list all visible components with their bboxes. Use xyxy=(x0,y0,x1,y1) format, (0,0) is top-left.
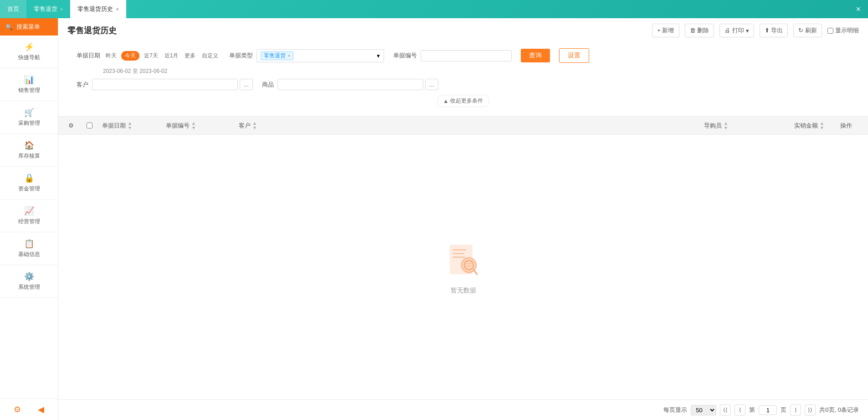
table-header: ⚙ 单据日期 ▲▼ 单据编号 ▲▼ 客户 ▲▼ 导购员 xyxy=(58,117,868,135)
export-button[interactable]: ⬆ 导出 xyxy=(760,24,788,37)
total-text: 共0页, 0条记录 xyxy=(819,406,859,414)
order-no-input[interactable] xyxy=(421,50,512,61)
th-order-sort: ▲▼ xyxy=(191,121,196,130)
tab-retail-return-close[interactable]: × xyxy=(60,6,63,12)
tab-retail-return[interactable]: 零售退货 × xyxy=(26,0,70,18)
sidebar-item-purchase[interactable]: 🛒 采购管理 xyxy=(0,101,58,134)
th-action: 操作 xyxy=(828,122,864,130)
main-layout: 🔍 搜索菜单 ⚡ 快捷导航 📊 销售管理 🛒 采购管理 🏠 库存核算 🔒 资金管… xyxy=(0,18,868,420)
svg-rect-1 xyxy=(452,249,466,251)
customer-input-group: ... xyxy=(92,79,253,90)
sidebar-item-finance[interactable]: 🔒 资金管理 xyxy=(0,167,58,200)
tab-retail-return-label: 零售退货 xyxy=(34,5,57,13)
date-range-display: 2023-06-02 至 2023-06-02 xyxy=(103,67,850,75)
date-filter-label: 单据日期 xyxy=(77,51,100,60)
sidebar-bottom: ⚙ ◀ xyxy=(0,399,58,420)
sidebar-item-system-label: 系统管理 xyxy=(18,283,40,291)
order-type-label: 单据类型 xyxy=(229,51,253,60)
first-page-btn[interactable]: ⟨⟨ xyxy=(720,405,731,415)
th-amount[interactable]: 实销金额 ▲▼ xyxy=(773,121,828,130)
th-customer[interactable]: 客户 ▲▼ xyxy=(235,121,700,130)
customer-ellipsis-btn[interactable]: ... xyxy=(240,79,253,90)
content-area: 零售退货历史 + 新增 🗑 删除 🖨 打印 ▾ ⬆ 导出 xyxy=(58,18,868,420)
page-header: 零售退货历史 + 新增 🗑 删除 🖨 打印 ▾ ⬆ 导出 xyxy=(58,18,868,117)
add-button[interactable]: + 新增 xyxy=(652,24,679,37)
collapse-sidebar-icon[interactable]: ◀ xyxy=(38,405,44,415)
page-label: 第 xyxy=(749,406,755,414)
customer-input[interactable] xyxy=(92,79,238,90)
finance-icon: 🔒 xyxy=(24,173,34,183)
th-date-label: 单据日期 xyxy=(102,122,126,130)
empty-icon xyxy=(441,240,486,281)
more-btn[interactable]: 更多 xyxy=(183,51,197,61)
sidebar-item-sales[interactable]: 📊 销售管理 xyxy=(0,68,58,101)
window-close-btn[interactable]: × xyxy=(848,5,868,14)
custom-btn[interactable]: 自定义 xyxy=(200,51,220,61)
purchase-icon: 🛒 xyxy=(24,108,34,118)
page-input[interactable] xyxy=(759,405,777,415)
goods-ellipsis-btn[interactable]: ... xyxy=(425,79,438,90)
show-detail-input[interactable] xyxy=(827,28,833,34)
tab-home[interactable]: 首页 xyxy=(0,0,26,18)
last7-btn[interactable]: 近7天 xyxy=(142,51,160,61)
settings-bottom-icon[interactable]: ⚙ xyxy=(14,405,21,415)
print-button-label: 🖨 打印 xyxy=(724,26,744,35)
th-checkbox[interactable] xyxy=(80,123,98,128)
goods-label: 商品 xyxy=(262,81,274,89)
sidebar-item-inventory[interactable]: 🏠 库存核算 xyxy=(0,134,58,167)
collapse-btn[interactable]: ▲ 收起更多条件 xyxy=(437,95,489,107)
empty-text: 暂无数据 xyxy=(451,287,476,295)
svg-rect-3 xyxy=(452,256,465,258)
order-type-select[interactable]: 零售退货 × ▾ xyxy=(257,49,384,62)
tab-retail-return-history-close[interactable]: × xyxy=(116,6,118,12)
sidebar-item-base-info[interactable]: 📋 基础信息 xyxy=(0,232,58,265)
top-bar: 首页 零售退货 × 零售退货历史 × × xyxy=(0,0,868,18)
sidebar-search[interactable]: 🔍 搜索菜单 xyxy=(0,18,58,36)
th-amount-label: 实销金额 xyxy=(794,122,818,130)
sidebar-item-system[interactable]: ⚙️ 系统管理 xyxy=(0,265,58,298)
last1m-btn[interactable]: 近1月 xyxy=(163,51,180,61)
select-all-checkbox[interactable] xyxy=(87,123,92,128)
th-date[interactable]: 单据日期 ▲▼ xyxy=(98,121,162,130)
order-no-filter: 单据编号 xyxy=(393,50,512,61)
svg-line-6 xyxy=(473,270,477,274)
per-page-select[interactable]: 50 10 20 100 xyxy=(691,405,716,415)
th-order-no[interactable]: 单据编号 ▲▼ xyxy=(162,121,235,130)
show-detail-label: 显示明细 xyxy=(835,26,859,35)
page-suffix: 页 xyxy=(781,406,786,414)
sidebar: 🔍 搜索菜单 ⚡ 快捷导航 📊 销售管理 🛒 采购管理 🏠 库存核算 🔒 资金管… xyxy=(0,18,58,420)
sidebar-item-inventory-label: 库存核算 xyxy=(18,152,40,160)
yesterday-btn[interactable]: 昨天 xyxy=(104,51,118,61)
sidebar-item-quick-nav[interactable]: ⚡ 快捷导航 xyxy=(0,36,58,68)
prev-page-btn[interactable]: ⟨ xyxy=(734,405,745,415)
filter-row-2: 客户 ... 商品 ... xyxy=(77,79,850,90)
sidebar-search-label: 搜索菜单 xyxy=(16,23,40,31)
goods-input[interactable] xyxy=(277,79,423,90)
tab-home-label: 首页 xyxy=(7,5,19,13)
th-order-no-label: 单据编号 xyxy=(166,122,190,130)
show-detail-checkbox[interactable]: 显示明细 xyxy=(827,26,859,35)
last-page-btn[interactable]: ⟩⟩ xyxy=(805,405,816,415)
sidebar-item-business-label: 经营管理 xyxy=(18,218,40,225)
delete-button[interactable]: 🗑 删除 xyxy=(685,24,714,37)
next-page-btn[interactable]: ⟩ xyxy=(790,405,801,415)
print-button[interactable]: 🖨 打印 ▾ xyxy=(719,24,754,37)
sidebar-item-base-info-label: 基础信息 xyxy=(18,251,40,258)
th-settings[interactable]: ⚙ xyxy=(62,122,80,129)
th-guide[interactable]: 导购员 ▲▼ xyxy=(700,121,773,130)
sales-icon: 📊 xyxy=(24,75,34,85)
sidebar-item-business[interactable]: 📈 经营管理 xyxy=(0,200,58,232)
sidebar-item-quick-nav-label: 快捷导航 xyxy=(18,54,40,61)
collapse-label: 收起更多条件 xyxy=(450,97,483,105)
filter-area: 单据日期 昨天 今天 近7天 近1月 更多 自定义 单据类型 xyxy=(67,43,859,116)
date-filter: 单据日期 昨天 今天 近7天 近1月 更多 自定义 xyxy=(77,51,220,61)
refresh-button[interactable]: ↻ 刷新 xyxy=(793,24,822,37)
today-btn[interactable]: 今天 xyxy=(121,51,139,61)
tab-retail-return-history[interactable]: 零售退货历史 × xyxy=(70,0,126,18)
filter-settings-button[interactable]: 设置 xyxy=(559,48,589,63)
refresh-button-label: ↻ 刷新 xyxy=(798,26,817,35)
goods-filter: 商品 ... xyxy=(262,79,438,90)
order-type-tag-close[interactable]: × xyxy=(288,53,290,58)
sidebar-item-purchase-label: 采购管理 xyxy=(18,119,40,127)
query-button[interactable]: 查询 xyxy=(521,49,550,62)
